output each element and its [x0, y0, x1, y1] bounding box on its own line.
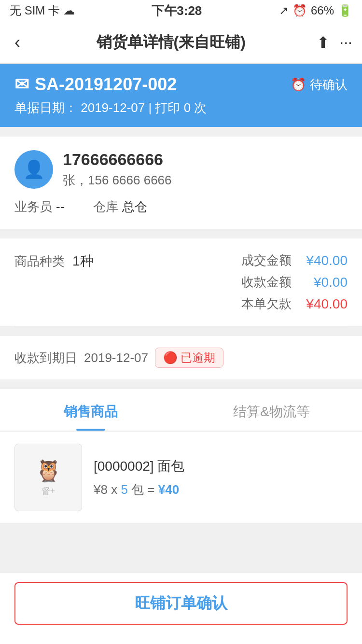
order-date: 单据日期： 2019-12-07 | 打印 0 次	[14, 99, 348, 116]
sim-signal: 无 SIM 卡 ☁	[10, 3, 75, 18]
receipt-row: 收款金额 ¥0.00	[241, 274, 348, 291]
product-total: ¥40	[158, 482, 179, 497]
summary-right: 成交金额 ¥40.00 收款金额 ¥0.00 本单欠款 ¥40.00	[241, 252, 348, 312]
order-id-text: SA-20191207-002	[35, 74, 177, 95]
summary-left: 商品种类 1种	[14, 252, 241, 270]
equal-symbol: =	[147, 482, 158, 497]
owed-value: ¥40.00	[299, 296, 348, 312]
product-logo-text: 督+	[42, 485, 56, 497]
customer-phone: 17666666666	[63, 150, 348, 169]
order-icon: ✉	[14, 74, 29, 95]
amount-value: ¥40.00	[299, 253, 348, 268]
print-info: | 打印 0 次	[148, 100, 207, 115]
product-unit: 包	[131, 482, 144, 497]
status-bar: 无 SIM 卡 ☁ 下午3:28 ↗ ⏰ 66% 🔋	[0, 0, 362, 21]
product-item: 🦉 督+ [0000002] 面包 ¥8 x 5 包 = ¥40	[14, 444, 348, 511]
product-quantity: 5	[121, 482, 127, 497]
tab-sales-products[interactable]: 销售商品	[0, 389, 181, 431]
product-price-row: ¥8 x 5 包 = ¥40	[94, 481, 348, 498]
product-logo-icon: 🦉	[35, 458, 62, 483]
receipt-label: 收款金额	[241, 274, 292, 291]
more-button[interactable]: ···	[339, 33, 352, 51]
tab-settlement-label: 结算&物流等	[233, 404, 310, 419]
meta-row: 业务员 -- 仓库 总仓	[14, 198, 348, 215]
divider-1	[14, 326, 348, 326]
owed-label: 本单欠款	[241, 295, 292, 312]
product-name: [0000002] 面包	[94, 457, 348, 476]
amount-label: 成交金额	[241, 252, 292, 269]
overdue-icon: 🔴	[163, 351, 178, 364]
product-details: [0000002] 面包 ¥8 x 5 包 = ¥40	[94, 457, 348, 498]
tab-sales-label: 销售商品	[64, 404, 118, 419]
warehouse-value: 总仓	[122, 198, 147, 215]
owed-row: 本单欠款 ¥40.00	[241, 295, 348, 312]
status-clock-icon: ⏰	[291, 77, 306, 92]
customer-info: 17666666666 张，156 6666 6666	[63, 150, 348, 189]
salesperson-item: 业务员 --	[14, 198, 64, 215]
product-price: ¥8	[94, 482, 108, 497]
order-status: ⏰ 待确认	[291, 76, 348, 93]
product-code: [0000002]	[94, 459, 154, 474]
due-section: 收款到期日 2019-12-07 🔴 已逾期	[0, 336, 362, 379]
date-label: 单据日期：	[14, 100, 77, 115]
warehouse-label: 仓库	[93, 198, 118, 215]
status-text: 待确认	[310, 76, 348, 93]
receipt-value: ¥0.00	[299, 275, 348, 290]
due-date-value: 2019-12-07	[84, 350, 148, 365]
overdue-text: 已逾期	[181, 350, 215, 365]
customer-section: 👤 17666666666 张，156 6666 6666 业务员 -- 仓库 …	[0, 137, 362, 229]
share-button[interactable]: ⬆	[317, 33, 330, 52]
order-header: ✉ SA-20191207-002 ⏰ 待确认 单据日期： 2019-12-07…	[0, 64, 362, 127]
kind-label: 商品种类	[14, 253, 65, 270]
bottom-bar: 旺铺订单确认	[0, 572, 362, 644]
status-left: 无 SIM 卡 ☁	[10, 3, 75, 18]
confirm-order-button[interactable]: 旺铺订单确认	[14, 582, 348, 625]
status-time: 下午3:28	[152, 2, 202, 19]
kind-value: 1种	[72, 252, 94, 270]
battery-level: 66%	[311, 4, 334, 17]
product-image: 🦉 督+	[14, 444, 82, 511]
customer-name: 张，156 6666 6666	[63, 172, 348, 189]
amount-row: 成交金额 ¥40.00	[241, 252, 348, 269]
due-label: 收款到期日	[14, 350, 77, 366]
date-value: 2019-12-07	[81, 100, 145, 115]
avatar-icon: 👤	[23, 159, 45, 180]
product-section: 🦉 督+ [0000002] 面包 ¥8 x 5 包 = ¥40	[0, 432, 362, 523]
order-id: ✉ SA-20191207-002	[14, 74, 177, 95]
tab-settlement[interactable]: 结算&物流等	[181, 389, 362, 431]
salesperson-label: 业务员	[14, 198, 52, 215]
tabs: 销售商品 结算&物流等	[0, 389, 362, 431]
product-logo-container: 🦉 督+	[35, 458, 62, 497]
avatar: 👤	[14, 150, 53, 189]
warehouse-item: 仓库 总仓	[93, 198, 147, 215]
multiply-symbol: x	[111, 482, 121, 497]
product-name-text: 面包	[157, 459, 184, 474]
alarm-icon: ⏰	[292, 4, 307, 17]
nav-bar: ‹ 销货单详情(来自旺铺) ⬆ ···	[0, 21, 362, 64]
overdue-badge: 🔴 已逾期	[155, 348, 223, 368]
nav-actions: ⬆ ···	[317, 33, 352, 52]
page-title: 销货单详情(来自旺铺)	[25, 32, 317, 53]
battery-icon: 🔋	[338, 4, 352, 17]
summary-section: 商品种类 1种 成交金额 ¥40.00 收款金额 ¥0.00 本单欠款 ¥40.…	[0, 238, 362, 326]
status-right: ↗ ⏰ 66% 🔋	[279, 4, 352, 17]
back-button[interactable]: ‹	[10, 28, 25, 57]
signal-icon: ↗	[279, 4, 289, 17]
salesperson-value: --	[56, 199, 64, 214]
